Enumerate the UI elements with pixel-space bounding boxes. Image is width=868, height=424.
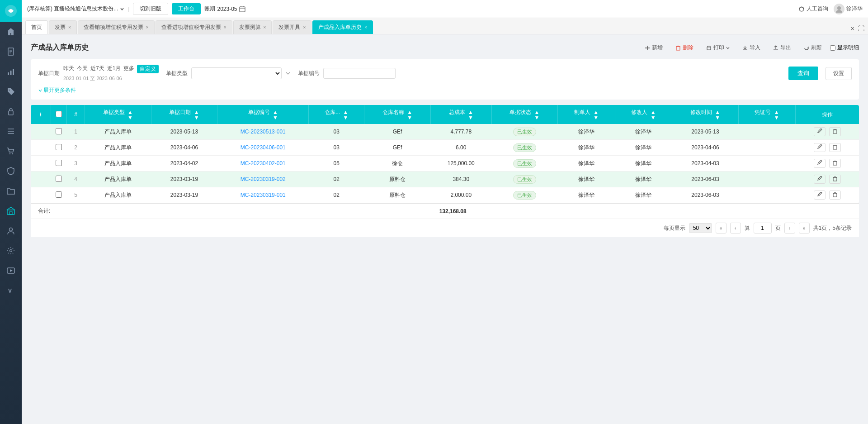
close-all-icon[interactable]: × (851, 25, 854, 32)
column-settings-icon[interactable] (35, 109, 46, 120)
export-button[interactable]: 导出 (769, 42, 796, 54)
edit-button-0[interactable] (814, 127, 826, 136)
sidebar-item-tag[interactable] (0, 81, 22, 101)
cell-checkbox-0[interactable] (51, 124, 67, 140)
date-link-more[interactable]: 更多 (123, 65, 134, 73)
sidebar-item-shield[interactable] (0, 161, 22, 181)
sidebar-item-gear[interactable] (0, 241, 22, 261)
delete-row-button-2[interactable] (829, 159, 841, 168)
tab-issue[interactable]: 发票开具 × (273, 20, 311, 34)
tab-history[interactable]: 产成品入库单历史 × (312, 20, 373, 34)
row-checkbox-1[interactable] (56, 144, 62, 150)
cell-checkbox-4[interactable] (51, 187, 67, 203)
import-button[interactable]: 导入 (738, 42, 765, 54)
sidebar-item-chart[interactable] (0, 62, 22, 81)
tab-history-close[interactable]: × (364, 25, 367, 30)
tab-invoice[interactable]: 发票 × (49, 20, 77, 34)
show-detail-toggle[interactable]: 显示明细 (830, 44, 859, 52)
first-page-button[interactable]: « (716, 223, 726, 233)
th-type[interactable]: 单据类型 ▲▼ (85, 105, 151, 124)
cell-number-3[interactable]: MC-20230319-002 (217, 172, 309, 187)
date-link-yesterday[interactable]: 昨天 (63, 65, 74, 73)
per-page-select[interactable]: 20 50 100 (689, 223, 712, 233)
sidebar-item-folder[interactable] (0, 181, 22, 201)
next-page-button[interactable]: › (784, 223, 795, 233)
delete-row-button-4[interactable] (829, 191, 841, 200)
tab-sales-vat[interactable]: 查看销项增值税专用发票 × (78, 20, 155, 34)
tab-issue-close[interactable]: × (303, 25, 306, 30)
user-menu[interactable]: 徐泽华 (834, 4, 863, 14)
edit-button-3[interactable] (814, 175, 826, 184)
period-selector[interactable]: 账期 2023-05 (204, 5, 245, 13)
date-link-7days[interactable]: 近7天 (90, 65, 104, 73)
workbench-button[interactable]: 工作台 (172, 3, 201, 14)
query-button[interactable]: 查询 (788, 67, 818, 80)
row-checkbox-2[interactable] (56, 160, 62, 166)
edit-button-1[interactable] (814, 143, 826, 152)
cell-number-0[interactable]: MC-20230513-001 (217, 124, 309, 140)
cell-checkbox-2[interactable] (51, 156, 67, 172)
th-status[interactable]: 单据状态 ▲▼ (491, 105, 558, 124)
tab-home[interactable]: 首页 (25, 20, 48, 34)
th-date[interactable]: 单据日期 ▲▼ (151, 105, 217, 124)
tab-calc[interactable]: 发票测算 × (233, 20, 272, 34)
th-checkbox[interactable] (51, 105, 67, 124)
sidebar-item-person[interactable] (0, 221, 22, 241)
tab-invoice-close[interactable]: × (68, 25, 71, 30)
cell-number-4[interactable]: MC-20230319-001 (217, 187, 309, 203)
cell-checkbox-3[interactable] (51, 172, 67, 187)
new-button[interactable]: 新增 (640, 42, 667, 54)
sidebar-item-home[interactable] (0, 22, 22, 42)
th-wh-code[interactable]: 仓库... ▲▼ (309, 105, 364, 124)
last-page-button[interactable]: » (799, 223, 810, 233)
tab-purchase-vat-close[interactable]: × (224, 25, 226, 30)
sidebar-item-doc[interactable] (0, 42, 22, 62)
th-creator[interactable]: 制单人 ▲▼ (558, 105, 615, 124)
th-cost[interactable]: 总成本 ▲▼ (430, 105, 491, 124)
sidebar-item-lock[interactable] (0, 101, 22, 121)
maximize-icon[interactable]: ⛶ (858, 25, 864, 32)
th-modifier[interactable]: 修改人 ▲▼ (615, 105, 672, 124)
th-voucher[interactable]: 凭证号 ▲▼ (738, 105, 795, 124)
date-link-1month[interactable]: 近1月 (107, 65, 121, 73)
row-checkbox-0[interactable] (56, 128, 62, 134)
delete-row-button-0[interactable] (829, 127, 841, 136)
number-filter-input[interactable] (323, 68, 396, 79)
cell-number-1[interactable]: MC-20230406-001 (217, 140, 309, 156)
company-selector[interactable]: (库存核算) 直播轻纯通信息技术股份... (27, 5, 124, 13)
page-number-input[interactable] (754, 223, 772, 233)
th-wh-name[interactable]: 仓库名称 ▲▼ (364, 105, 431, 124)
edit-button-2[interactable] (814, 159, 826, 168)
delete-button[interactable]: 删除 (671, 42, 698, 54)
type-filter-select[interactable]: 产品入库单 (191, 67, 282, 79)
delete-row-button-1[interactable] (829, 143, 841, 152)
date-link-today[interactable]: 今天 (77, 65, 88, 73)
sidebar-item-cart[interactable] (0, 141, 22, 161)
row-checkbox-4[interactable] (56, 191, 62, 198)
th-number[interactable]: 单据编号 ▲▼ (217, 105, 309, 124)
cell-checkbox-1[interactable] (51, 140, 67, 156)
sidebar-item-list[interactable] (0, 121, 22, 141)
setting-button[interactable]: 设置 (826, 67, 852, 80)
tab-sales-vat-close[interactable]: × (146, 25, 149, 30)
row-checkbox-3[interactable] (56, 176, 62, 182)
sidebar-item-v[interactable]: V (0, 281, 22, 300)
th-settings[interactable] (31, 105, 51, 124)
switch-version-button[interactable]: 切到旧版 (133, 3, 168, 15)
delete-row-button-3[interactable] (829, 175, 841, 184)
edit-button-4[interactable] (814, 191, 826, 200)
cell-number-2[interactable]: MC-20230402-001 (217, 156, 309, 172)
service-button[interactable]: 人工咨询 (798, 5, 828, 13)
tab-purchase-vat[interactable]: 查看进项增值税专用发票 × (156, 20, 232, 34)
th-modify-time[interactable]: 修改时间 ▲▼ (672, 105, 739, 124)
expand-conditions-link[interactable]: 展开更多条件 (38, 86, 852, 94)
select-all-checkbox[interactable] (56, 111, 62, 117)
sidebar-item-play[interactable] (0, 261, 22, 281)
prev-page-button[interactable]: ‹ (730, 223, 741, 233)
print-button[interactable]: 打印 (702, 42, 734, 54)
show-detail-checkbox[interactable] (830, 45, 835, 51)
refresh-button[interactable]: 刷新 (799, 42, 826, 54)
date-link-custom[interactable]: 自定义 (137, 65, 159, 73)
sidebar-item-warehouse[interactable] (0, 201, 22, 221)
tab-calc-close[interactable]: × (264, 25, 266, 30)
